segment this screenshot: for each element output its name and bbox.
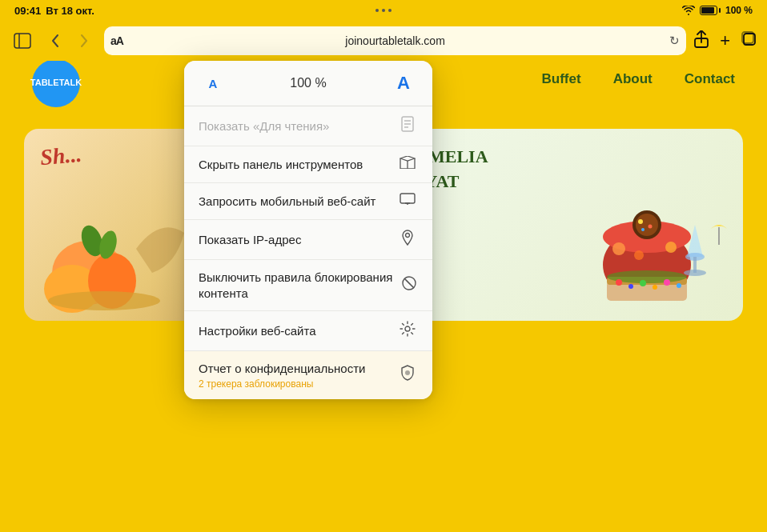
sidebar-button[interactable] bbox=[10, 30, 35, 52]
svg-point-45 bbox=[406, 234, 410, 238]
svg-point-20 bbox=[641, 228, 645, 231]
menu-text-desktop-site: Запросить мобильный веб-сайт bbox=[199, 194, 375, 210]
bowl-illustration bbox=[591, 185, 735, 313]
menu-icon-hide-toolbar bbox=[397, 156, 418, 173]
status-right: 100 % bbox=[682, 5, 753, 16]
svg-point-31 bbox=[664, 279, 670, 286]
svg-point-27 bbox=[616, 279, 622, 286]
browser-actions: + bbox=[694, 30, 757, 52]
share-button[interactable] bbox=[694, 30, 709, 52]
menu-item-desktop-site[interactable]: Запросить мобильный веб-сайт bbox=[184, 183, 432, 220]
nav-contact[interactable]: Contact bbox=[685, 71, 735, 87]
svg-point-13 bbox=[612, 242, 625, 255]
menu-text-content-blockers: Выключить правила блокирования контента bbox=[199, 270, 401, 301]
svg-point-18 bbox=[638, 219, 643, 224]
nav-buttons bbox=[43, 29, 96, 53]
svg-point-17 bbox=[636, 214, 658, 236]
menu-item-website-settings[interactable]: Настройки веб-сайта bbox=[184, 311, 432, 351]
menu-text-privacy-report: Отчет о конфиденциальности bbox=[199, 361, 365, 377]
svg-point-49 bbox=[405, 370, 410, 375]
menu-icon-desktop-site bbox=[397, 193, 418, 210]
menu-item-reader[interactable]: Показать «Для чтения» bbox=[184, 106, 432, 146]
center-dots bbox=[375, 9, 392, 12]
svg-point-29 bbox=[640, 280, 646, 286]
svg-point-10 bbox=[48, 291, 160, 310]
aa-button[interactable]: aA bbox=[110, 34, 123, 47]
svg-point-32 bbox=[677, 283, 681, 288]
status-bar: 09:41 Вт 18 окт. 100 % bbox=[0, 0, 767, 21]
battery-percent: 100 % bbox=[725, 5, 753, 16]
svg-rect-42 bbox=[400, 194, 415, 203]
menu-text-privacy-container: Отчет о конфиденциальности 2 трекера заб… bbox=[199, 361, 365, 390]
font-size-controls: A 100 % A bbox=[184, 61, 432, 106]
site-logo: TABLE TALK bbox=[32, 61, 80, 107]
menu-item-ip-address[interactable]: Показать IP-адрес bbox=[184, 220, 432, 260]
menu-text-hide-toolbar: Скрыть панель инструментов bbox=[199, 157, 363, 173]
svg-line-47 bbox=[404, 278, 414, 288]
menu-item-hide-toolbar[interactable]: Скрыть панель инструментов bbox=[184, 146, 432, 183]
svg-point-15 bbox=[665, 242, 677, 253]
fruit-illustration bbox=[32, 185, 192, 313]
menu-text-ip-address: Показать IP-адрес bbox=[199, 232, 301, 248]
font-percent-display: 100 % bbox=[290, 76, 326, 90]
status-date: Вт 18 окт. bbox=[46, 5, 94, 17]
card-right: KAMELIA BAYAT bbox=[390, 129, 743, 321]
menu-subtext-privacy-report: 2 трекера заблокированы bbox=[199, 378, 365, 390]
url-bar-area: aA ↻ bbox=[104, 26, 686, 55]
reload-icon[interactable]: ↻ bbox=[669, 34, 680, 48]
svg-point-14 bbox=[634, 250, 644, 260]
sketch-text: Sh... bbox=[39, 142, 83, 170]
menu-icon-content-blockers bbox=[401, 276, 418, 294]
menu-text-reader: Показать «Для чтения» bbox=[199, 118, 329, 134]
svg-point-48 bbox=[405, 326, 410, 331]
svg-point-23 bbox=[684, 270, 706, 276]
site-nav-items: Buffet About Contact bbox=[542, 71, 735, 87]
svg-rect-0 bbox=[14, 34, 30, 48]
nav-buffet[interactable]: Buffet bbox=[542, 71, 581, 87]
font-increase-button[interactable]: A bbox=[389, 69, 418, 98]
status-time: 09:41 bbox=[14, 5, 41, 17]
menu-icon-website-settings bbox=[397, 321, 418, 341]
menu-item-privacy-report[interactable]: Отчет о конфиденциальности 2 трекера заб… bbox=[184, 351, 432, 399]
menu-icon-reader bbox=[397, 116, 418, 136]
forward-button[interactable] bbox=[72, 29, 96, 53]
right-illustration: KAMELIA BAYAT bbox=[390, 129, 743, 321]
status-left: 09:41 Вт 18 окт. bbox=[14, 5, 94, 17]
back-button[interactable] bbox=[43, 29, 67, 53]
browser-chrome: aA ↻ + bbox=[0, 21, 767, 61]
menu-item-content-blockers[interactable]: Выключить правила блокирования контента bbox=[184, 260, 432, 311]
svg-point-19 bbox=[649, 225, 653, 229]
battery-indicator bbox=[700, 6, 721, 15]
font-decrease-button[interactable]: A bbox=[199, 69, 227, 98]
wifi-icon bbox=[682, 6, 695, 15]
nav-about[interactable]: About bbox=[613, 71, 653, 87]
svg-point-30 bbox=[653, 285, 657, 290]
menu-icon-ip-address bbox=[397, 230, 418, 250]
menu-icon-privacy-report bbox=[397, 365, 418, 385]
url-bar[interactable] bbox=[104, 26, 686, 55]
dropdown-menu: A 100 % A Показать «Для чтения» Скрыть п… bbox=[184, 61, 432, 399]
menu-text-website-settings: Настройки веб-сайта bbox=[199, 323, 316, 339]
new-tab-button[interactable]: + bbox=[720, 30, 730, 51]
tabs-button[interactable] bbox=[741, 31, 757, 51]
svg-point-28 bbox=[628, 284, 633, 289]
